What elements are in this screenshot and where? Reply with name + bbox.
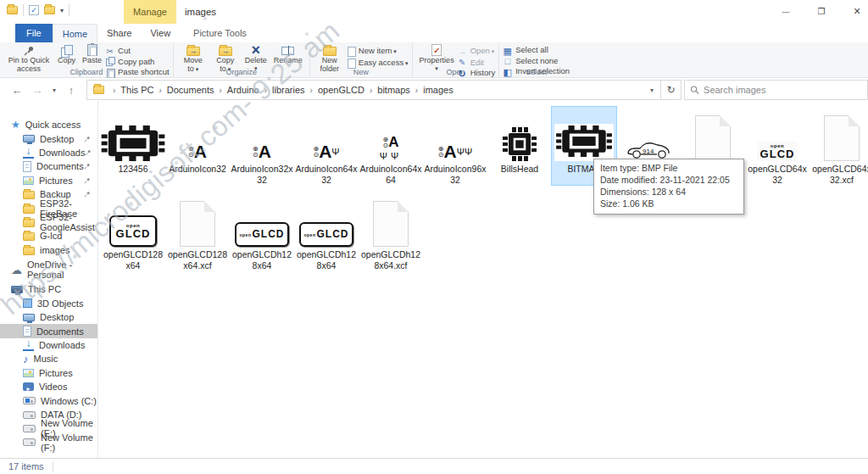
sidebar-item-esp32-googleassist[interactable]: ESP32-GoogleAssist — [0, 215, 97, 229]
breadcrumb-documents[interactable]: Documents — [165, 85, 216, 95]
file-name: 123456 — [117, 164, 148, 175]
easy-access-button[interactable]: Easy access — [346, 58, 409, 70]
open-button[interactable]: Open — [458, 46, 496, 58]
copy-button[interactable]: Copy — [54, 43, 79, 65]
glcd-logo-icon — [235, 222, 289, 247]
sidebar-item-g-lcd[interactable]: G-lcd — [0, 229, 97, 243]
file-item[interactable]: BillsHead — [487, 107, 552, 185]
sidebar-item-new-volume-f[interactable]: New Volume (F:) — [0, 436, 97, 449]
tooltip-item-type: Item type: BMP File — [600, 162, 737, 174]
easy-access-icon — [346, 59, 355, 68]
sidebar-item-documents-pc[interactable]: Documents — [0, 324, 97, 337]
file-item[interactable]: openGLCD64x32.xcf — [810, 107, 868, 185]
file-item[interactable]: openGLCD64x32 — [745, 107, 810, 185]
file-item[interactable]: openGLCDh128x64 — [230, 192, 294, 270]
breadcrumb-openglcd[interactable]: openGLCD — [316, 85, 366, 95]
new-folder-icon — [323, 47, 337, 56]
new-folder-qat-icon[interactable] — [44, 6, 55, 14]
file-item[interactable]: ArduinoIcon64x32 — [294, 107, 359, 185]
back-button[interactable]: ← — [7, 84, 27, 97]
page-icon — [824, 115, 860, 161]
sidebar-item-videos[interactable]: Videos — [0, 380, 97, 393]
file-name: ArduinoIcon64x64 — [359, 164, 423, 185]
sidebar-item-onedrive[interactable]: OneDrive - Personal — [0, 263, 97, 276]
breadcrumb-images[interactable]: images — [421, 85, 454, 95]
chip-icon — [556, 125, 612, 157]
breadcrumb-this-pc[interactable]: This PC — [119, 85, 155, 95]
breadcrumb-libraries[interactable]: libraries — [270, 85, 307, 95]
copy-path-button[interactable]: Copy path — [105, 57, 170, 68]
file-item[interactable]: openGLCD128x64 — [101, 192, 165, 270]
search-icon — [690, 85, 699, 95]
group-label-open: Open — [413, 68, 499, 77]
edit-button[interactable]: Edit — [458, 58, 496, 69]
manage-contextual-tab[interactable]: Manage — [124, 0, 176, 24]
sidebar-item-desktop-pc[interactable]: Desktop — [0, 310, 97, 324]
tab-share[interactable]: Share — [97, 24, 141, 42]
file-item[interactable]: ArduinoIcon32 — [165, 107, 230, 185]
sidebar-item-downloads[interactable]: Downloads — [0, 146, 97, 159]
copy-to-icon — [219, 47, 232, 56]
search-box[interactable] — [684, 80, 868, 100]
properties-icon — [431, 44, 442, 56]
select-all-button[interactable]: Select all — [503, 45, 570, 56]
svg-text:914: 914 — [643, 148, 654, 155]
refresh-icon[interactable] — [661, 80, 682, 100]
items-count: 17 items — [8, 461, 44, 471]
tab-file[interactable]: File — [15, 24, 53, 42]
sidebar-item-pictures[interactable]: Pictures — [0, 174, 97, 187]
new-item-button[interactable]: New item — [346, 46, 409, 58]
sidebar-item-downloads-pc[interactable]: Downloads — [0, 338, 97, 352]
breadcrumb-arduino[interactable]: Arduino — [225, 85, 261, 95]
sidebar-item-windows-c[interactable]: Windows (C:) — [0, 393, 97, 407]
sidebar-item-music[interactable]: Music — [0, 352, 97, 365]
sidebar-item-quick-access[interactable]: Quick access — [0, 118, 97, 131]
file-item[interactable]: ArduinoIcon96x32 — [423, 107, 487, 185]
drive-icon — [23, 425, 36, 432]
paste-button[interactable]: Paste — [79, 43, 105, 65]
tab-view[interactable]: View — [141, 24, 180, 42]
properties-qat-icon[interactable] — [29, 5, 39, 15]
sidebar-item-images[interactable]: images — [0, 243, 97, 257]
file-item[interactable]: 123456 — [101, 107, 165, 185]
rename-button[interactable]: Rename — [270, 43, 306, 65]
sidebar-item-3d-objects[interactable]: 3D Objects — [0, 297, 97, 310]
paste-icon — [87, 44, 97, 56]
file-item[interactable]: ArduinoIcon32x32 — [230, 107, 294, 185]
forward-button[interactable]: → — [27, 84, 47, 97]
customize-qat-icon[interactable] — [60, 7, 64, 14]
group-label-new: New — [310, 68, 412, 77]
pin-icon — [84, 163, 91, 170]
recent-locations-icon[interactable]: ▾ — [47, 86, 61, 94]
monitor-icon — [23, 314, 35, 321]
copy-icon — [61, 45, 73, 56]
properties-button[interactable]: Properties — [416, 43, 458, 71]
file-item[interactable]: openGLCDh128x64 — [294, 192, 359, 270]
arduino-logo-icon — [438, 142, 472, 161]
drive-windows-icon — [23, 397, 36, 404]
file-item[interactable]: openGLCD128x64.xcf — [165, 192, 230, 270]
minimize-button[interactable] — [768, 0, 804, 24]
file-name: openGLCDh128x64.xcf — [359, 249, 423, 270]
breadcrumb-bitmaps[interactable]: bitmaps — [376, 85, 412, 95]
ribbon-tabs: File Home Share View Picture Tools — [0, 24, 868, 42]
tab-home[interactable]: Home — [53, 24, 97, 42]
search-input[interactable] — [704, 85, 862, 95]
breadcrumb[interactable]: › This PC › Documents › Arduino › librar… — [86, 80, 661, 100]
tab-picture-tools[interactable]: Picture Tools — [184, 24, 256, 42]
cut-button[interactable]: Cut — [105, 46, 170, 57]
file-item[interactable]: ArduinoIcon64x64 — [359, 107, 423, 185]
file-list: 123456 ArduinoIcon32 ArduinoIcon32x32 Ar… — [97, 102, 868, 458]
maximize-button[interactable] — [804, 0, 839, 24]
pin-icon — [84, 177, 91, 184]
sidebar-item-pictures-pc[interactable]: Pictures — [0, 366, 97, 380]
close-button[interactable] — [839, 0, 868, 24]
sidebar-item-this-pc[interactable]: This PC — [0, 282, 97, 296]
sidebar-item-desktop[interactable]: Desktop — [0, 131, 97, 145]
select-none-button[interactable]: Select none — [503, 56, 570, 67]
delete-button[interactable]: Delete — [242, 43, 270, 71]
up-button[interactable]: ↑ — [61, 84, 81, 97]
file-item[interactable]: openGLCDh128x64.xcf — [359, 192, 423, 270]
address-dropdown-icon[interactable] — [643, 86, 660, 94]
sidebar-item-documents[interactable]: Documents — [0, 159, 97, 173]
